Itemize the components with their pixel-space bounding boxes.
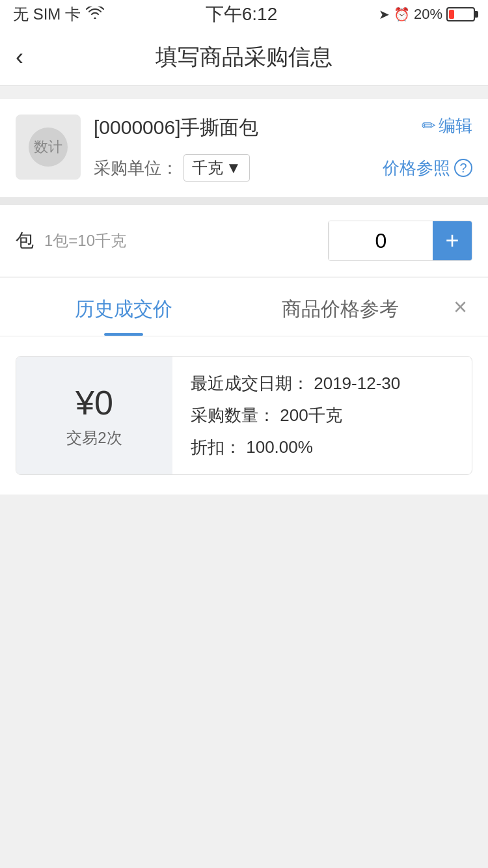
help-icon: ?	[454, 159, 472, 177]
location-icon: ➤	[379, 7, 390, 22]
page-title: 填写商品采购信息	[55, 42, 433, 72]
product-header: [0000006]手撕面包 ✏ 编辑	[94, 115, 472, 141]
product-card: 数计 [0000006]手撕面包 ✏ 编辑 采购单位： 千克 ▼ 价格参照 ?	[0, 99, 488, 197]
edit-button[interactable]: ✏ 编辑	[422, 115, 472, 137]
quantity-label: 包 1包=10千克	[16, 228, 126, 253]
back-button[interactable]: ‹	[16, 44, 55, 71]
tab-active-indicator	[104, 333, 143, 336]
status-right: ➤ ⏰ 20%	[379, 6, 475, 23]
tab-bar: 历史成交价 商品价格参考 ×	[0, 278, 488, 336]
unit-label: 采购单位： 千克 ▼	[94, 154, 250, 182]
product-info: [0000006]手撕面包 ✏ 编辑 采购单位： 千克 ▼ 价格参照 ?	[94, 115, 472, 182]
svg-text:数计: 数计	[34, 139, 62, 155]
chevron-down-icon: ▼	[226, 159, 241, 177]
unit-dropdown[interactable]: 千克 ▼	[183, 154, 250, 182]
trade-count: 交易2次	[66, 427, 122, 448]
quantity-input[interactable]	[329, 221, 433, 260]
nav-bar: ‹ 填写商品采购信息	[0, 29, 488, 86]
tab-history-price[interactable]: 历史成交价	[16, 278, 232, 336]
quantity-row: 包 1包=10千克 +	[0, 205, 488, 277]
price-ref-button[interactable]: 价格参照 ?	[383, 157, 472, 180]
alarm-icon: ⏰	[394, 7, 410, 22]
product-thumbnail: 数计	[16, 115, 81, 180]
product-name: [0000006]手撕面包	[94, 115, 258, 141]
wifi-icon	[86, 5, 104, 23]
status-bar: 无 SIM 卡 下午6:12 ➤ ⏰ 20%	[0, 0, 488, 29]
edit-icon: ✏	[422, 116, 436, 136]
discount-row: 折扣： 100.00%	[191, 436, 454, 459]
history-details: 最近成交日期： 2019-12-30 采购数量： 200千克 折扣： 100.0…	[172, 357, 472, 474]
plus-button[interactable]: +	[433, 221, 472, 260]
product-meta: 采购单位： 千克 ▼ 价格参照 ?	[94, 154, 472, 182]
close-panel-button[interactable]: ×	[448, 293, 472, 321]
history-price-value: ¥0	[75, 383, 113, 422]
divider	[0, 197, 488, 205]
carrier-label: 无 SIM 卡	[13, 4, 81, 25]
battery-percent: 20%	[414, 6, 442, 23]
battery-icon	[446, 7, 475, 21]
history-card: ¥0 交易2次 最近成交日期： 2019-12-30 采购数量： 200千克 折…	[16, 356, 472, 475]
recent-date-row: 最近成交日期： 2019-12-30	[191, 372, 454, 395]
tab-product-price-ref[interactable]: 商品价格参考	[232, 278, 448, 336]
bottom-panel: 历史成交价 商品价格参考 × ¥0 交易2次 最近成交日期： 2019-12-3…	[0, 278, 488, 495]
status-time: 下午6:12	[206, 2, 278, 27]
quantity-row-detail: 采购数量： 200千克	[191, 404, 454, 427]
history-content: ¥0 交易2次 最近成交日期： 2019-12-30 采购数量： 200千克 折…	[0, 336, 488, 495]
history-price-summary: ¥0 交易2次	[16, 357, 172, 474]
status-left: 无 SIM 卡	[13, 4, 104, 25]
quantity-controls: +	[328, 221, 472, 261]
